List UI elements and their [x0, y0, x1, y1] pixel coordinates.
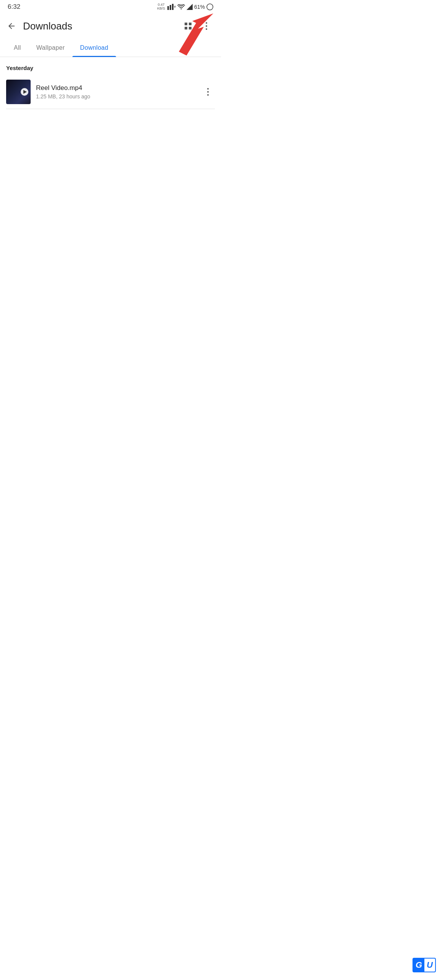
svg-rect-7	[185, 23, 187, 25]
back-button[interactable]	[3, 18, 20, 34]
status-icons: 0.47 KB/S Vo 61%	[157, 3, 213, 11]
vowifi-icon: Vo	[167, 4, 176, 10]
file-item[interactable]: Reel Video.mp4 1.25 MB, 23 hours ago	[0, 75, 221, 109]
svg-rect-1	[170, 5, 171, 10]
status-bar: 6:32 0.47 KB/S Vo 61%	[0, 0, 221, 13]
file-more-icon	[207, 88, 209, 96]
tab-wallpaper[interactable]: Wallpaper	[29, 39, 72, 57]
file-thumbnail	[6, 80, 31, 104]
tab-all[interactable]: All	[6, 39, 29, 57]
play-triangle-icon	[23, 90, 27, 94]
grid-icon	[183, 21, 193, 31]
section-label-yesterday: Yesterday	[0, 57, 221, 75]
signal-icon	[187, 4, 193, 10]
svg-point-6	[207, 4, 213, 10]
grid-view-button[interactable]	[180, 18, 196, 34]
file-more-button[interactable]	[201, 85, 215, 99]
file-name: Reel Video.mp4	[36, 84, 196, 92]
svg-rect-0	[167, 6, 169, 10]
wifi-icon	[177, 4, 185, 10]
file-info: Reel Video.mp4 1.25 MB, 23 hours ago	[36, 84, 196, 100]
header-left: Downloads	[3, 18, 72, 34]
header-right	[180, 18, 215, 34]
battery-percent: 61%	[194, 4, 205, 10]
speed-indicator: 0.47 KB/S	[157, 3, 165, 11]
three-dots-icon	[206, 22, 207, 30]
battery-icon	[206, 3, 213, 10]
svg-point-4	[180, 8, 182, 10]
divider	[6, 109, 215, 109]
svg-rect-8	[189, 23, 192, 25]
svg-rect-10	[189, 27, 192, 29]
svg-rect-2	[172, 4, 174, 10]
tabs-bar: All Wallpaper Download	[0, 39, 221, 57]
page-title: Downloads	[23, 20, 72, 32]
header: Downloads	[0, 13, 221, 39]
tab-download[interactable]: Download	[72, 39, 116, 57]
svg-text:Vo: Vo	[174, 5, 176, 8]
status-time: 6:32	[8, 3, 20, 11]
overflow-menu-button[interactable]	[198, 18, 215, 34]
svg-rect-9	[185, 27, 187, 29]
back-icon	[7, 21, 16, 31]
file-meta: 1.25 MB, 23 hours ago	[36, 93, 196, 100]
svg-marker-5	[187, 4, 193, 10]
play-icon-overlay	[21, 88, 28, 96]
